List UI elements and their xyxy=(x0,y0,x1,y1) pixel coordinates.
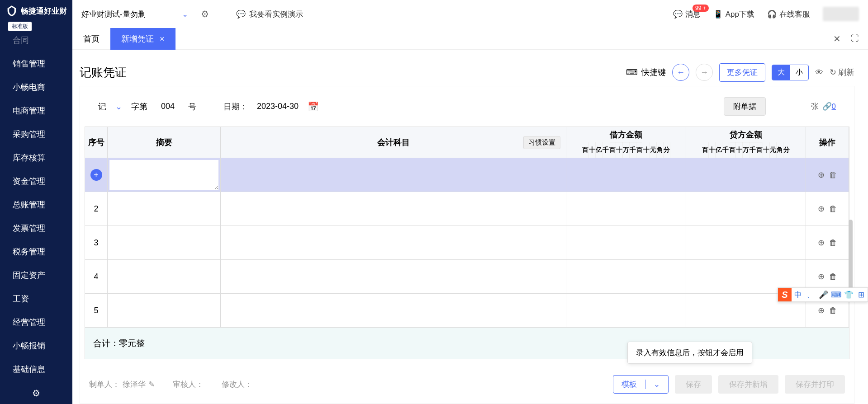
sidebar-item-assets[interactable]: 固定资产 xyxy=(0,263,72,287)
app-download-button[interactable]: 📱 App下载 xyxy=(713,9,754,19)
credit-cell[interactable] xyxy=(686,192,806,225)
size-toggle[interactable]: 大 小 xyxy=(772,65,809,80)
support-button[interactable]: 🎧 在线客服 xyxy=(767,9,810,19)
add-row-button[interactable]: + xyxy=(90,169,102,181)
ime-mic-icon[interactable]: 🎤 xyxy=(817,288,830,301)
sidebar-item-reimburse[interactable]: 小畅报销 xyxy=(0,334,72,357)
link-icon[interactable]: 🔗0 xyxy=(822,102,836,111)
debit-cell[interactable] xyxy=(566,158,686,192)
tab-new-voucher[interactable]: 新增凭证 × xyxy=(110,28,175,50)
account-cell[interactable] xyxy=(221,158,566,192)
debit-cell[interactable] xyxy=(566,294,686,327)
debit-cell[interactable] xyxy=(566,260,686,293)
sidebar-item-ecomm[interactable]: 电商管理 xyxy=(0,99,72,122)
ime-toolbox-icon[interactable]: ⊞ xyxy=(855,288,868,301)
summary-cell[interactable] xyxy=(108,226,221,259)
copy-icon[interactable]: ⊕ xyxy=(818,305,825,315)
delete-icon[interactable]: 🗑 xyxy=(829,306,837,315)
delete-icon[interactable]: 🗑 xyxy=(829,272,837,282)
unit-cell: 元 xyxy=(650,142,657,158)
copy-icon[interactable]: ⊕ xyxy=(818,238,825,248)
edit-icon[interactable]: ✎ xyxy=(148,380,155,389)
account-cell[interactable] xyxy=(221,260,566,293)
refresh-button[interactable]: ↻ 刷新 xyxy=(830,67,854,78)
close-all-icon[interactable]: ✕ xyxy=(833,33,841,44)
account-cell[interactable] xyxy=(221,294,566,327)
unit-cell: 百 xyxy=(756,142,763,158)
summary-cell[interactable] xyxy=(108,158,221,192)
credit-cell[interactable] xyxy=(686,226,806,259)
copy-icon[interactable]: ⊕ xyxy=(818,170,825,180)
th-ops: 操作 xyxy=(806,127,849,158)
debit-cell[interactable] xyxy=(566,226,686,259)
summary-cell[interactable] xyxy=(108,192,221,225)
ime-punct[interactable]: 、 xyxy=(804,288,817,301)
scrollbar[interactable] xyxy=(849,220,853,292)
delete-icon[interactable]: 🗑 xyxy=(829,204,837,214)
sidebar-item-ecomm-xc[interactable]: 小畅电商 xyxy=(0,75,72,99)
calendar-icon[interactable]: 📅 xyxy=(308,101,319,112)
messages-badge: 99 + xyxy=(693,5,709,12)
delete-icon[interactable]: 🗑 xyxy=(829,238,837,248)
ime-keyboard-icon[interactable]: ⌨ xyxy=(830,288,842,301)
ime-lang[interactable]: 中 xyxy=(792,288,804,301)
next-button[interactable]: → xyxy=(696,64,713,81)
prev-button[interactable]: ← xyxy=(672,64,689,81)
unit-cell: 万 xyxy=(623,142,630,158)
eye-icon[interactable]: 👁 xyxy=(815,68,823,77)
messages-button[interactable]: 💬 消息 99 + xyxy=(673,9,701,19)
tabs: 首页 新增凭证 × ✕ ⛶ xyxy=(72,28,868,50)
sidebar-item-tax[interactable]: 税务管理 xyxy=(0,240,72,263)
sidebar-item-sales[interactable]: 销售管理 xyxy=(0,52,72,75)
table-header: 序号 摘要 会计科目 习惯设置 借方金额 百十亿千百十万千百十元角分 贷方金额 … xyxy=(85,127,849,158)
account-cell[interactable] xyxy=(221,226,566,259)
tab-new-voucher-label: 新增凭证 xyxy=(121,34,154,43)
template-button[interactable]: 模板⌄ xyxy=(613,375,669,394)
fullscreen-icon[interactable]: ⛶ xyxy=(851,34,859,43)
maker-label: 制单人： xyxy=(89,379,120,390)
voucher-type[interactable]: 记 xyxy=(98,101,106,112)
sidebar-item-purchase[interactable]: 采购管理 xyxy=(0,122,72,146)
summary-cell[interactable] xyxy=(108,260,221,293)
delete-icon[interactable]: 🗑 xyxy=(829,170,837,180)
sidebar-item-inventory[interactable]: 库存核算 xyxy=(0,146,72,169)
shortcuts-label: 快捷键 xyxy=(641,67,666,78)
shortcuts-button[interactable]: ⌨ 快捷键 xyxy=(626,67,666,78)
ime-sogou-icon[interactable]: S xyxy=(778,288,792,301)
sidebar-item-business[interactable]: 经营管理 xyxy=(0,310,72,334)
gear-icon[interactable]: ⚙ xyxy=(201,9,209,19)
copy-icon[interactable]: ⊕ xyxy=(818,272,825,282)
habit-settings-button[interactable]: 习惯设置 xyxy=(523,136,560,149)
sidebar-item-salary[interactable]: 工资 xyxy=(0,287,72,310)
size-large[interactable]: 大 xyxy=(772,65,790,80)
tab-home[interactable]: 首页 xyxy=(72,28,110,50)
size-small[interactable]: 小 xyxy=(790,65,808,80)
voucher-number-input[interactable] xyxy=(157,102,179,112)
ime-toolbar[interactable]: S 中 、 🎤 ⌨ 👕 ⊞ xyxy=(778,287,868,302)
summary-input[interactable] xyxy=(109,160,218,190)
account-cell[interactable] xyxy=(221,192,566,225)
sidebar-item-funds[interactable]: 资金管理 xyxy=(0,169,72,193)
attachment-button[interactable]: 附单据 xyxy=(724,97,766,116)
close-icon[interactable]: × xyxy=(160,34,165,43)
user-avatar[interactable] xyxy=(823,7,859,21)
more-vouchers-button[interactable]: 更多凭证 xyxy=(719,63,765,82)
debit-cell[interactable] xyxy=(566,192,686,225)
voucher-type-dropdown[interactable]: ⌄ xyxy=(115,102,122,112)
main-panel: 记 ⌄ 字第 号 日期： 2023-04-30 📅 附单据 张 🔗0 序号 摘要… xyxy=(80,86,854,404)
copy-icon[interactable]: ⊕ xyxy=(818,204,825,214)
sidebar-item-basic[interactable]: 基础信息 xyxy=(0,357,72,381)
ime-skin-icon[interactable]: 👕 xyxy=(842,288,855,301)
credit-cell[interactable] xyxy=(686,158,806,192)
voucher-table: 序号 摘要 会计科目 习惯设置 借方金额 百十亿千百十万千百十元角分 贷方金额 … xyxy=(85,127,849,359)
project-selector[interactable]: 好业财测试-量勿删 ⌄ xyxy=(81,9,188,19)
settings-icon[interactable]: ⚙ xyxy=(0,388,72,399)
sidebar-item-truncated[interactable]: 合同 xyxy=(0,35,72,52)
app-label: App下载 xyxy=(726,9,754,19)
demo-link[interactable]: 💬 我要看实例演示 xyxy=(236,9,303,19)
summary-cell[interactable] xyxy=(108,294,221,327)
voucher-date[interactable]: 2023-04-30 xyxy=(257,102,299,111)
sidebar-item-ledger[interactable]: 总账管理 xyxy=(0,193,72,216)
chevron-down-icon[interactable]: ⌄ xyxy=(645,380,660,389)
sidebar-item-invoice[interactable]: 发票管理 xyxy=(0,216,72,240)
